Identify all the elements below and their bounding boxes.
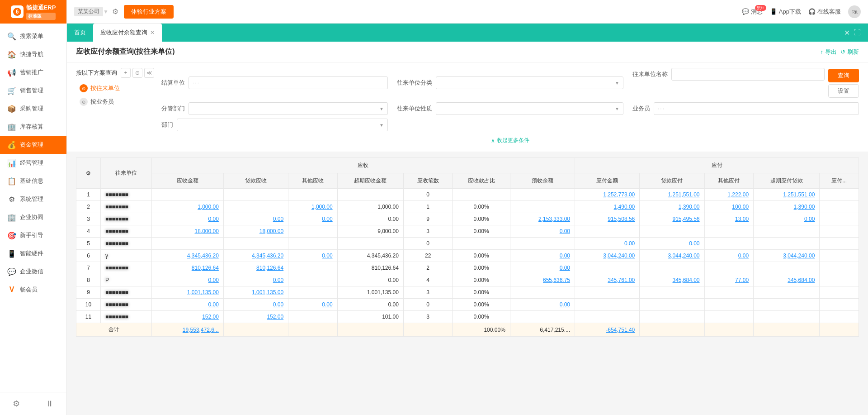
table-cell[interactable]: 3,044,240.00	[640, 250, 704, 262]
table-cell	[510, 286, 575, 299]
unit-name-input[interactable]	[671, 68, 825, 81]
filter-nav-by-unit[interactable]: ⊙ 按往来单位	[76, 82, 154, 94]
online-service-button[interactable]: 🎧 在线客服	[808, 8, 841, 16]
solution-button[interactable]: 体验行业方案	[124, 5, 174, 19]
table-cell[interactable]: 0.00	[223, 213, 288, 225]
unit-category-input[interactable]: ▼	[436, 76, 623, 89]
table-cell[interactable]: 4,345,436.20	[151, 250, 223, 262]
table-cell[interactable]: 1,001,135.00	[223, 286, 288, 299]
table-cell[interactable]: 1,251,551.00	[754, 189, 820, 201]
table-cell[interactable]: 18,000.00	[223, 225, 288, 238]
sidebar-item-search[interactable]: 🔍 搜索菜单	[0, 27, 66, 45]
query-button[interactable]: 查询	[828, 69, 859, 82]
footer-settings-icon[interactable]: ⚙	[9, 397, 24, 410]
table-cell[interactable]: 13.00	[704, 213, 754, 225]
footer-ap-amount[interactable]: -654,751.40	[575, 323, 640, 337]
table-cell[interactable]: 18,000.00	[151, 225, 223, 238]
footer-ar-amount[interactable]: 19,553,472,6...	[151, 323, 223, 337]
table-cell[interactable]: 3,044,240.00	[754, 250, 820, 262]
table-cell[interactable]: 0.00	[151, 274, 223, 286]
table-cell[interactable]: 152.00	[151, 311, 223, 323]
dept2-input[interactable]: ▼	[177, 119, 388, 131]
filter-collapse-icon[interactable]: ≪	[144, 68, 154, 78]
sidebar-item-finance[interactable]: 💰 资金管理	[0, 136, 66, 154]
table-cell[interactable]: 345,684.00	[640, 274, 704, 286]
table-cell[interactable]: 4,345,436.20	[223, 250, 288, 262]
table-cell[interactable]: 152.00	[223, 311, 288, 323]
sidebar-item-sales[interactable]: 🛒 销售管理	[0, 81, 66, 100]
filter-nav-by-staff[interactable]: ⊙ 按业务员	[76, 96, 154, 108]
table-cell[interactable]: 1,222.00	[704, 189, 754, 201]
table-cell[interactable]: 0.00	[704, 250, 754, 262]
table-cell[interactable]: 0.00	[510, 225, 575, 238]
table-cell[interactable]: 810,126.64	[223, 262, 288, 274]
sidebar-item-guide[interactable]: 🎯 新手引导	[0, 226, 66, 244]
table-cell[interactable]: 0.00	[151, 299, 223, 311]
salesperson-input[interactable]: ···	[654, 102, 859, 115]
table-cell[interactable]: 1,390.00	[640, 201, 704, 213]
sidebar-item-purchase[interactable]: 📦 采购管理	[0, 100, 66, 118]
table-cell[interactable]: 810,126.64	[151, 262, 223, 274]
tab-balance[interactable]: 应收应付余额查询 ✕	[93, 24, 162, 42]
sidebar-item-marketing[interactable]: 📢 营销推广	[0, 63, 66, 81]
table-cell[interactable]: 345,761.00	[575, 274, 640, 286]
sidebar-item-basic[interactable]: 📋 基础信息	[0, 172, 66, 190]
table-cell[interactable]: 1,251,551.00	[640, 189, 704, 201]
table-cell[interactable]: 1,252,773.00	[575, 189, 640, 201]
sidebar-item-inventory[interactable]: 🏢 库存核算	[0, 118, 66, 136]
user-avatar-button[interactable]: Rit	[848, 5, 861, 18]
table-cell[interactable]: 100.00	[704, 201, 754, 213]
table-cell[interactable]: 1,390.00	[754, 201, 820, 213]
table-cell[interactable]: 1,000.00	[288, 201, 338, 213]
table-cell[interactable]: 0.00	[288, 299, 338, 311]
tab-bar-close-icon[interactable]: ✕	[844, 29, 850, 37]
table-cell[interactable]: 0.00	[288, 250, 338, 262]
footer-collapse-icon[interactable]: ⏸	[42, 397, 57, 410]
unit-nature-input[interactable]: ▼	[436, 102, 623, 115]
table-cell[interactable]: 1,000.00	[151, 201, 223, 213]
collapse-button[interactable]: ∧ 收起更多条件	[161, 135, 859, 146]
sidebar-item-system[interactable]: ⚙ 系统管理	[0, 190, 66, 208]
export-button[interactable]: ↑ 导出	[821, 48, 837, 56]
table-cell[interactable]: 1,001,135.00	[151, 286, 223, 299]
table-cell[interactable]: 0.00	[223, 274, 288, 286]
table-cell[interactable]: 915,495.56	[640, 213, 704, 225]
table-cell[interactable]: 0.00	[288, 213, 338, 225]
table-cell[interactable]: 3,044,240.00	[575, 250, 640, 262]
dept-input[interactable]: ▼	[189, 102, 388, 115]
table-cell[interactable]: 2,153,333.00	[510, 213, 575, 225]
table-cell[interactable]: 1,490.00	[575, 201, 640, 213]
table-cell[interactable]: 0.00	[151, 213, 223, 225]
settings-button[interactable]: 设置	[828, 84, 859, 98]
sidebar-item-wechat[interactable]: 💬 企业微信	[0, 262, 66, 281]
sidebar-item-label: 新手引导	[20, 231, 43, 239]
message-button[interactable]: 💬 消息 99+	[742, 8, 763, 16]
table-cell[interactable]: 0.00	[510, 262, 575, 274]
sidebar-item-quicknav[interactable]: 🏠 快捷导航	[0, 45, 66, 63]
table-cell[interactable]: 0.00	[510, 250, 575, 262]
sidebar-item-hardware[interactable]: 📱 智能硬件	[0, 244, 66, 262]
table-container[interactable]: ⚙ 往来单位 应收 应付 应收金额 贷款应收 其他应收 超期应收金额 应收笔数 …	[67, 152, 868, 415]
table-cell[interactable]: 345,684.00	[754, 274, 820, 286]
sidebar-item-enterprise[interactable]: 🏢 企业协同	[0, 208, 66, 226]
settings-gear-icon[interactable]: ⚙	[112, 7, 118, 16]
tab-close-icon[interactable]: ✕	[150, 29, 155, 36]
table-settings-col[interactable]: ⚙	[76, 158, 101, 189]
table-cell[interactable]: 0.00	[754, 213, 820, 225]
table-cell[interactable]: 77.00	[704, 274, 754, 286]
table-cell[interactable]: 0.00	[640, 238, 704, 250]
table-cell[interactable]: 0.00	[575, 238, 640, 250]
refresh-button[interactable]: ↺ 刷新	[840, 48, 859, 56]
app-download-button[interactable]: 📱 App下载	[770, 8, 801, 16]
table-cell[interactable]: 0.00	[510, 299, 575, 311]
table-cell[interactable]: 0.00	[223, 299, 288, 311]
sidebar-item-operations[interactable]: 📊 经营管理	[0, 154, 66, 172]
tab-home[interactable]: 首页	[67, 24, 93, 42]
filter-add-icon[interactable]: +	[121, 68, 131, 78]
sidebar-item-member[interactable]: V 畅会员	[0, 281, 66, 299]
table-cell[interactable]: 915,508.56	[575, 213, 640, 225]
settlement-input[interactable]: ···	[189, 76, 388, 89]
table-cell[interactable]: 655,636.75	[510, 274, 575, 286]
tab-bar-fullscreen-icon[interactable]: ⛶	[854, 29, 861, 37]
filter-settings-icon[interactable]: ⊙	[132, 68, 142, 78]
